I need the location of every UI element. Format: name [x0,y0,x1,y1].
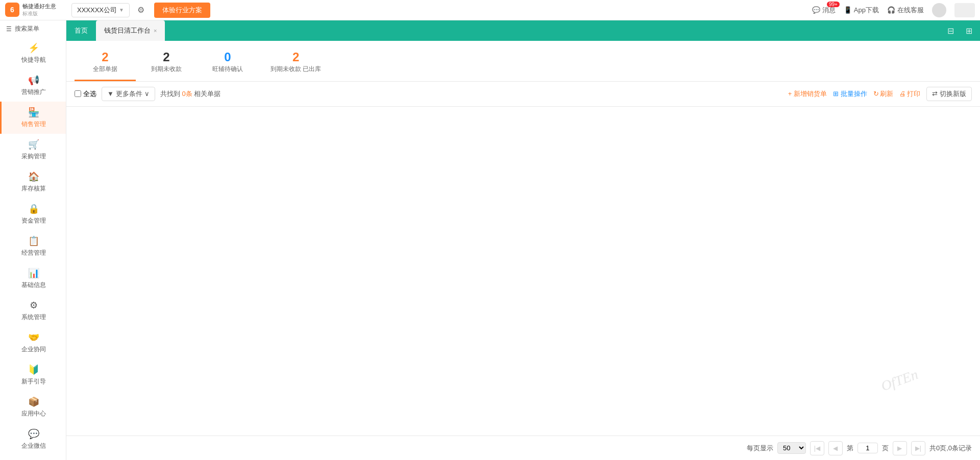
marketing-label: 营销推广 [21,88,46,96]
tab-home[interactable]: 首页 [66,20,96,41]
sidebar-item-basic[interactable]: 📊 基础信息 [0,262,66,295]
sidebar-item-operations[interactable]: 📋 经营管理 [0,230,66,262]
next-page-button[interactable]: ▶ [893,441,907,455]
system-icon: ⚙ [30,300,38,311]
tab-bar: 首页 钱货日清工作台 × ⊟ ⊞ [66,20,980,41]
toolbar-left: 全选 ▼ 更多条件 ∨ 共找到 0条 相关单据 [75,87,220,101]
sales-label: 销售管理 [21,120,46,129]
found-prefix: 共找到 [160,90,180,98]
page-input[interactable] [857,443,878,453]
refresh-icon: ↻ [873,90,879,98]
sidebar-item-enterprise[interactable]: 🤝 企业协同 [0,327,66,359]
select-all-label: 全选 [83,89,96,99]
total-label: 共0页,0条记录 [929,444,972,453]
stat-overdue-num: 2 [163,50,169,65]
print-button[interactable]: 🖨 打印 [899,89,920,99]
sidebar-item-shortcut[interactable]: ⚡ 快捷导航 [0,37,66,69]
avatar[interactable] [932,3,946,17]
search-label: 搜索菜单 [15,25,39,33]
sidebar-item-wechat[interactable]: 💬 企业微信 [0,423,66,455]
app-download-button[interactable]: 📱 App下载 [844,6,879,15]
sidebar-item-apps[interactable]: 📦 应用中心 [0,391,66,423]
stat-tab-overdue[interactable]: 2 到期未收款 [136,46,197,81]
stat-tab-overdue-shipped[interactable]: 2 到期未收款 已出库 [258,46,333,81]
logo-text-area: 畅捷通好生意 标准版 [22,3,56,17]
found-text: 共找到 0条 相关单据 [160,89,220,99]
search-icon: ☰ [6,26,12,33]
guide-icon: 🔰 [28,364,39,375]
per-page-select[interactable]: 50 100 200 [777,442,806,454]
found-count: 0条 [182,90,192,98]
settings-button[interactable]: ⚙ [133,2,149,18]
sidebar-item-member[interactable]: 🔻 畅会员 [0,455,66,460]
sidebar-item-sales[interactable]: 🏪 销售管理 [0,102,66,134]
wechat-label: 企业微信 [21,442,46,450]
prev-page-button[interactable]: ◀ [828,441,843,455]
per-page-label: 每页显示 [747,444,773,453]
company-selector[interactable]: XXXXXX公司 ▼ [71,3,130,17]
apps-icon: 📦 [28,396,39,407]
tab-expand-button[interactable]: ⊞ [962,23,976,38]
stat-all-label: 全部单据 [93,65,117,74]
toolbar: 全选 ▼ 更多条件 ∨ 共找到 0条 相关单据 + 新增销货单 [66,82,980,107]
filter-chevron: ∨ [144,90,150,98]
sidebar-item-inventory[interactable]: 🏠 库存核算 [0,166,66,198]
page-label: 第 [847,444,853,453]
shortcut-icon: ⚡ [28,42,39,54]
system-label: 系统管理 [21,313,46,322]
company-dropdown-arrow: ▼ [119,7,124,13]
stat-tab-wangwang[interactable]: 0 旺辅待确认 [197,46,258,81]
sidebar-item-search[interactable]: ☰ 搜索菜单 [0,20,66,37]
finance-label: 资金管理 [21,216,46,225]
stat-tab-all[interactable]: 2 全部单据 [75,46,136,81]
tab-close-icon[interactable]: × [154,28,157,34]
online-service-label: 在线客服 [897,6,924,15]
enterprise-icon: 🤝 [28,332,39,343]
sidebar-item-finance[interactable]: 🔒 资金管理 [0,198,66,230]
purchase-icon: 🛒 [28,139,39,150]
page-suffix: 页 [882,444,889,453]
switch-new-version-button[interactable]: ⇄ 切换新版 [926,87,972,101]
message-button[interactable]: 💬 消息 99+ [812,6,836,15]
stat-overdue-shipped-label: 到期未收款 已出库 [271,65,321,74]
sidebar-item-purchase[interactable]: 🛒 采购管理 [0,134,66,166]
stats-tabs: 2 全部单据 2 到期未收款 0 旺辅待确认 2 到期未收款 已出库 [66,41,980,82]
sidebar-item-marketing[interactable]: 📢 营销推广 [0,69,66,102]
service-icon: 🎧 [887,6,895,14]
logo-icon: 6 [5,3,19,17]
stat-wangwang-label: 旺辅待确认 [212,65,243,74]
sidebar: ☰ 搜索菜单 ⚡ 快捷导航 📢 营销推广 🏪 销售管理 🛒 采购管理 🏠 库存核… [0,20,66,460]
online-service-button[interactable]: 🎧 在线客服 [887,6,924,15]
tab-work-bench[interactable]: 钱货日清工作台 × [96,20,165,41]
wechat-icon: 💬 [28,428,39,440]
tab-minimize-button[interactable]: ⊟ [943,23,958,38]
inventory-label: 库存核算 [21,184,46,193]
operations-icon: 📋 [28,235,39,247]
refresh-button[interactable]: ↻ 刷新 [873,89,893,99]
download-icon: 📱 [844,6,852,14]
last-page-button[interactable]: ▶| [911,441,925,455]
basic-icon: 📊 [28,268,39,279]
app-download-label: App下载 [854,6,879,15]
sidebar-item-system[interactable]: ⚙ 系统管理 [0,295,66,327]
logo-area: 6 畅捷通好生意 标准版 [5,3,71,17]
try-industry-button[interactable]: 体验行业方案 [154,3,210,18]
add-order-button[interactable]: + 新增销货单 [788,89,827,99]
first-page-button[interactable]: |◀ [810,441,824,455]
pagination-bar: 每页显示 50 100 200 |◀ ◀ 第 页 ▶ ▶| 共0页,0条记录 [66,435,980,460]
select-all-input[interactable] [75,90,81,97]
main-layout: ☰ 搜索菜单 ⚡ 快捷导航 📢 营销推广 🏪 销售管理 🛒 采购管理 🏠 库存核… [0,20,980,460]
app-name: 畅捷通好生意 [22,3,56,10]
filter-icon: ▼ [107,90,114,98]
stat-wangwang-num: 0 [224,50,231,65]
sidebar-item-guide[interactable]: 🔰 新手引导 [0,359,66,391]
user-menu[interactable] [954,3,975,17]
filter-button[interactable]: ▼ 更多条件 ∨ [102,87,155,101]
refresh-label: 刷新 [880,89,893,99]
operations-label: 经营管理 [21,249,46,257]
inventory-icon: 🏠 [28,171,39,182]
batch-operations-button[interactable]: ⊞ 批量操作 [833,89,867,99]
filter-label: 更多条件 [116,89,142,99]
sub-content: 2 全部单据 2 到期未收款 0 旺辅待确认 2 到期未收款 已出库 [66,41,980,460]
select-all-checkbox[interactable]: 全选 [75,89,96,99]
